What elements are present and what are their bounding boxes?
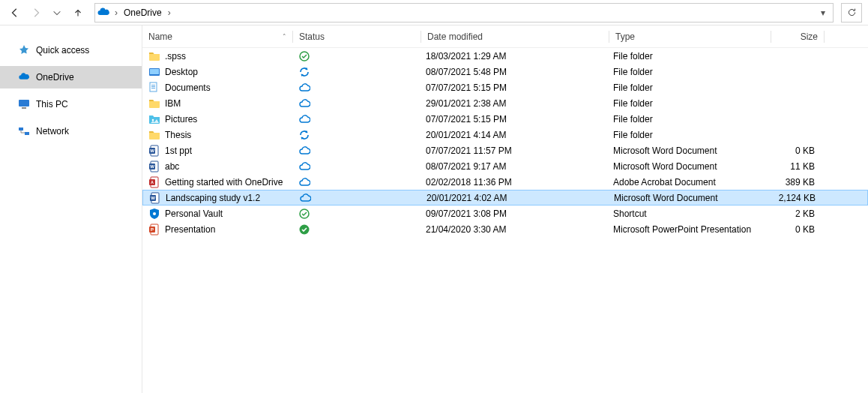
monitor-icon	[18, 98, 30, 110]
sidebar-item-this-pc[interactable]: This PC	[0, 93, 142, 116]
file-list-pane: Name ˄ Status Date modified Type Size .s…	[142, 26, 868, 393]
file-name: 1st ppt	[165, 146, 192, 156]
sidebar-item-label: This PC	[36, 99, 68, 110]
sync-blue-icon	[298, 66, 310, 78]
file-date: 07/07/2021 11:57 PM	[420, 146, 607, 156]
file-date: 02/02/2018 11:36 PM	[420, 177, 607, 188]
file-type: Microsoft Word Document	[608, 193, 769, 203]
file-row[interactable]: Documents07/07/2021 5:15 PMFile folder	[142, 80, 868, 95]
vault-icon	[148, 208, 160, 220]
address-bar[interactable]: › OneDrive › ▾	[94, 3, 834, 22]
file-name: Desktop	[165, 67, 198, 77]
refresh-button[interactable]	[841, 3, 862, 22]
star-icon	[18, 44, 30, 56]
file-size: 11 KB	[768, 161, 821, 172]
file-row[interactable]: Getting started with OneDrive02/02/2018 …	[142, 174, 868, 190]
file-type: File folder	[607, 67, 768, 77]
doc-folder-icon	[148, 82, 160, 94]
file-type: Microsoft PowerPoint Presentation	[607, 224, 768, 235]
word-icon	[148, 160, 160, 172]
pdf-icon	[148, 176, 160, 188]
chevron-right-icon: ›	[166, 8, 172, 18]
synced-green-icon	[298, 208, 310, 220]
folder-icon	[148, 129, 160, 141]
file-type: File folder	[607, 82, 768, 93]
file-type: Shortcut	[607, 208, 768, 219]
file-size: 0 KB	[768, 224, 821, 235]
breadcrumb-location[interactable]: OneDrive	[122, 8, 163, 18]
file-type: File folder	[607, 98, 768, 109]
desktop-folder-icon	[148, 66, 160, 78]
svg-rect-3	[25, 132, 29, 135]
svg-rect-2	[19, 128, 23, 130]
column-header-size[interactable]: Size	[771, 32, 824, 42]
file-date: 29/01/2021 2:38 AM	[420, 98, 607, 109]
file-row[interactable]: Landscaping study v1.220/01/2021 4:02 AM…	[142, 190, 868, 206]
file-row[interactable]: .spss18/03/2021 1:29 AMFile folder	[142, 48, 868, 64]
svg-rect-0	[19, 100, 29, 106]
file-row[interactable]: abc08/07/2021 9:17 AMMicrosoft Word Docu…	[142, 158, 868, 174]
cloud-icon	[298, 176, 310, 188]
nav-sidebar: Quick access OneDrive This PC Network	[0, 26, 142, 393]
chevron-down-icon[interactable]: ▾	[818, 8, 828, 18]
file-row[interactable]: IBM29/01/2021 2:38 AMFile folder	[142, 95, 868, 111]
nav-toolbar: › OneDrive › ▾	[0, 0, 868, 26]
file-date: 08/07/2021 5:48 PM	[420, 67, 607, 77]
file-size: 2,124 KB	[769, 193, 822, 203]
word-icon	[149, 192, 161, 204]
file-row[interactable]: 1st ppt07/07/2021 11:57 PMMicrosoft Word…	[142, 142, 868, 158]
file-type: Microsoft Word Document	[607, 146, 768, 156]
file-date: 08/07/2021 9:17 AM	[420, 161, 607, 172]
file-date: 07/07/2021 5:15 PM	[420, 114, 607, 124]
file-type: File folder	[607, 130, 768, 140]
file-name: Thesis	[165, 130, 191, 140]
file-name: abc	[165, 161, 179, 172]
folder-icon	[148, 98, 160, 110]
column-header-status[interactable]: Status	[293, 32, 421, 42]
cloud-icon	[298, 98, 310, 110]
sidebar-item-label: Quick access	[36, 45, 89, 56]
file-date: 20/01/2021 4:14 AM	[420, 130, 607, 140]
file-date: 21/04/2020 3:30 AM	[420, 224, 607, 235]
sidebar-item-quick-access[interactable]: Quick access	[0, 39, 142, 62]
file-row[interactable]: Thesis20/01/2021 4:14 AMFile folder	[142, 127, 868, 142]
onedrive-icon	[97, 6, 110, 20]
file-row[interactable]: Personal Vault09/07/2021 3:08 PMShortcut…	[142, 206, 868, 221]
file-name: Landscaping study v1.2	[166, 193, 260, 203]
svg-rect-1	[22, 107, 26, 109]
cloud-icon	[299, 192, 311, 204]
file-date: 18/03/2021 1:29 AM	[420, 51, 607, 62]
sidebar-item-onedrive[interactable]: OneDrive	[0, 66, 142, 88]
onedrive-icon	[18, 71, 30, 83]
file-name: Documents	[165, 82, 211, 93]
file-row[interactable]: Desktop08/07/2021 5:48 PMFile folder	[142, 64, 868, 80]
back-button[interactable]	[6, 4, 24, 22]
file-name: Getting started with OneDrive	[165, 177, 283, 188]
recent-dropdown[interactable]	[48, 4, 66, 22]
column-header-type[interactable]: Type	[609, 32, 771, 42]
sidebar-item-label: OneDrive	[36, 72, 74, 82]
cloud-icon	[298, 145, 310, 157]
file-type: File folder	[607, 51, 768, 62]
synced-green-solid-icon	[298, 224, 310, 236]
file-row[interactable]: Presentation21/04/2020 3:30 AMMicrosoft …	[142, 221, 868, 237]
column-header-date[interactable]: Date modified	[421, 32, 609, 42]
chevron-right-icon: ›	[115, 8, 118, 18]
file-name: IBM	[165, 98, 181, 109]
cloud-icon	[298, 113, 310, 125]
file-name: .spss	[165, 51, 186, 62]
file-name: Presentation	[165, 224, 215, 235]
up-button[interactable]	[69, 4, 87, 22]
pic-folder-icon	[148, 113, 160, 125]
sync-blue-icon	[298, 129, 310, 141]
column-header-name[interactable]: Name ˄	[142, 32, 292, 42]
file-date: 20/01/2021 4:02 AM	[421, 193, 608, 203]
file-name: Pictures	[165, 114, 197, 124]
file-size: 0 KB	[768, 146, 821, 156]
file-row[interactable]: Pictures07/07/2021 5:15 PMFile folder	[142, 111, 868, 127]
sidebar-item-network[interactable]: Network	[0, 120, 142, 142]
forward-button[interactable]	[27, 4, 45, 22]
sort-indicator-icon: ˄	[283, 33, 286, 40]
sidebar-item-label: Network	[36, 126, 69, 136]
file-size: 389 KB	[768, 177, 821, 188]
